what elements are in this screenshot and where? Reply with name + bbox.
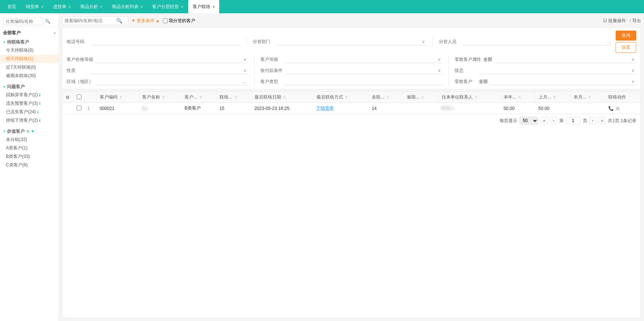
main-search-input[interactable] (64, 18, 116, 23)
sidebar-item-overdue[interactable]: 逾期未联络(30) (0, 72, 59, 80)
col-name[interactable]: 客户名称 ⇅ (139, 92, 182, 103)
col-contact[interactable]: 联络... ⇅ (217, 92, 252, 103)
col-last-method[interactable]: 最后联络方式 ⇅ (313, 92, 369, 103)
settings-button[interactable]: 设置 (616, 42, 636, 53)
sidebar-item-7days[interactable]: 近7天待联络(0) (0, 63, 59, 72)
nav-product-analysis-list[interactable]: 商品分析列表 × (108, 0, 147, 13)
col-not-contacted[interactable]: 未联... ⇅ (369, 92, 404, 103)
search-icon[interactable]: 🔍 (116, 18, 122, 24)
nav-close-customer-tier[interactable]: × (181, 5, 183, 9)
page-number-input[interactable] (566, 117, 581, 124)
phone-label: 电话号码 (67, 39, 89, 45)
collapse-icon[interactable]: « (53, 31, 56, 35)
row-checkbox[interactable] (77, 106, 81, 110)
nav-close-customer-contact[interactable]: × (213, 5, 215, 9)
col-num (84, 92, 97, 103)
phone-input[interactable] (91, 38, 241, 45)
prev-page-button[interactable]: ‹ (550, 117, 557, 124)
more-filters-button[interactable]: ▼ 更多条件 ▲ (131, 18, 160, 24)
last-page-button[interactable]: » (598, 117, 606, 124)
dept-select[interactable]: ∨ (277, 38, 427, 45)
payment-label: 收付款条件 (260, 68, 283, 74)
status-select[interactable]: ∨ (479, 67, 636, 74)
row-contact: 15 (217, 103, 252, 114)
row-last-date: 2023-05-23 18:25: (251, 103, 313, 114)
nav-close-product-list[interactable]: × (141, 5, 143, 9)
col-settings[interactable]: ⚙ (62, 92, 73, 103)
sidebar-item-repurchase-abnormal[interactable]: 回购异常客户(2) ℹ (0, 91, 59, 99)
col-last-date[interactable]: 最后联络日期 ⇅ (251, 92, 313, 103)
payment-select[interactable]: ∨ (285, 67, 442, 74)
my-customers-checkbox[interactable] (163, 18, 168, 23)
next-page-button[interactable]: › (589, 117, 596, 124)
nature-select[interactable]: ∨ (91, 67, 248, 74)
export-button[interactable]: ↑ 导出 (629, 18, 641, 24)
nav-close-purchase[interactable]: × (69, 5, 71, 9)
nav-purchase[interactable]: 进货单 × (49, 0, 75, 13)
filter-icon: ▼ (131, 18, 136, 23)
sidebar: 🔍 全部客户 « ▼ 待联络客户 今天待联络(0) 明天待联络(1) 近7天待联… (0, 13, 59, 321)
nav-home[interactable]: 首页 (3, 0, 21, 13)
group-problem-label: 问题客户 (7, 84, 25, 90)
price-level-select[interactable]: ∨ (95, 56, 248, 63)
cust-type-input[interactable] (285, 78, 442, 85)
manager-select[interactable]: … (463, 38, 613, 45)
sidebar-item-class-c[interactable]: C类客户(6) (0, 161, 59, 169)
row-not-contacted: 14 (369, 103, 404, 114)
nav-product-analysis[interactable]: 商品分析 × (76, 0, 107, 13)
first-page-button[interactable]: « (540, 117, 548, 124)
retail-cust-arrow: ∨ (631, 79, 635, 84)
nav-sales-order[interactable]: 销货单 × (21, 0, 48, 13)
col-last-month[interactable]: 上月... ⇅ (535, 92, 570, 103)
select-all-checkbox[interactable] (77, 94, 81, 99)
action-icons: 📞 ⊞ (608, 106, 638, 111)
nav-customer-contact[interactable]: 客户联络 × (188, 0, 219, 13)
retail-attr-value: 全部 (483, 56, 492, 63)
row-last-method[interactable]: 下销货单 (313, 103, 369, 114)
filter-row-4: 区域（地区） … 客户类型 零散客户 全部 ∨ (67, 77, 636, 86)
sidebar-item-ungrouped[interactable]: 未分组(32) (0, 135, 59, 144)
page-size-select[interactable]: 50 100 200 (519, 117, 538, 125)
retail-attr-select[interactable]: ∨ (494, 56, 636, 63)
sidebar-item-tomorrow[interactable]: 明天待联络(1) (0, 55, 59, 63)
nav-customer-tier[interactable]: 客户分层经营 × (148, 0, 188, 13)
chevron-up-icon: ▲ (155, 18, 160, 23)
sidebar-item-today[interactable]: 今天待联络(0) (0, 46, 59, 55)
col-code[interactable]: 客户编码 ⇅ (97, 92, 139, 103)
sidebar-search-icon[interactable]: 🔍 (45, 19, 50, 24)
batch-ops-button[interactable]: ☑ 批量操作 (603, 18, 626, 24)
row-num: 1 (84, 103, 97, 114)
page-unit: 页 (583, 118, 587, 124)
col-unit-contact[interactable]: 往来单位联系人 ⇅ (438, 92, 500, 103)
sidebar-item-churned[interactable]: 已流失客户(24) ℹ (0, 108, 59, 116)
area-select[interactable]: … (95, 78, 248, 85)
divider-7 (254, 77, 255, 86)
export-icon: ↑ (629, 18, 631, 23)
nav-close-product-analysis[interactable]: × (100, 5, 102, 9)
grid-action-icon[interactable]: ⊞ (616, 106, 620, 111)
filter-status: 状态 ∨ (455, 67, 636, 74)
row-name[interactable]: Ea (139, 103, 182, 114)
col-this-month[interactable]: 本月... ⇅ (570, 92, 605, 103)
cust-level-select[interactable]: ∨ (285, 56, 442, 63)
col-checkbox[interactable] (73, 92, 84, 103)
divider-2 (433, 37, 433, 46)
retail-cust-select[interactable]: ∨ (490, 78, 636, 85)
filter-manager: 分管人员 … (439, 38, 613, 45)
row-checkbox-cell[interactable] (73, 103, 84, 114)
col-type[interactable]: 客户... ⇅ (182, 92, 217, 103)
query-button[interactable]: 查询 (616, 31, 636, 41)
sidebar-search-input[interactable] (3, 18, 43, 25)
my-customers-checkbox-label[interactable]: 我分管的客户 (163, 18, 195, 24)
all-customers-header[interactable]: 全部客户 « (0, 28, 59, 38)
sidebar-item-churn-warning[interactable]: 流失预警客户(3) ℹ (0, 99, 59, 108)
row-code[interactable]: 000021 (97, 103, 139, 114)
sidebar-item-class-a[interactable]: A类客户(1) (0, 144, 59, 152)
cust-level-arrow: ∨ (438, 57, 441, 62)
nav-close-sales[interactable]: × (41, 5, 43, 9)
sidebar-item-declining[interactable]: 持续下滑客户(2) ℹ (0, 116, 59, 125)
sidebar-item-class-b[interactable]: B类客户(33) (0, 152, 59, 161)
col-this-year[interactable]: 本年... ⇅ (501, 92, 536, 103)
col-overdue[interactable]: 逾期... ⇅ (404, 92, 439, 103)
phone-action-icon[interactable]: 📞 (608, 106, 614, 111)
